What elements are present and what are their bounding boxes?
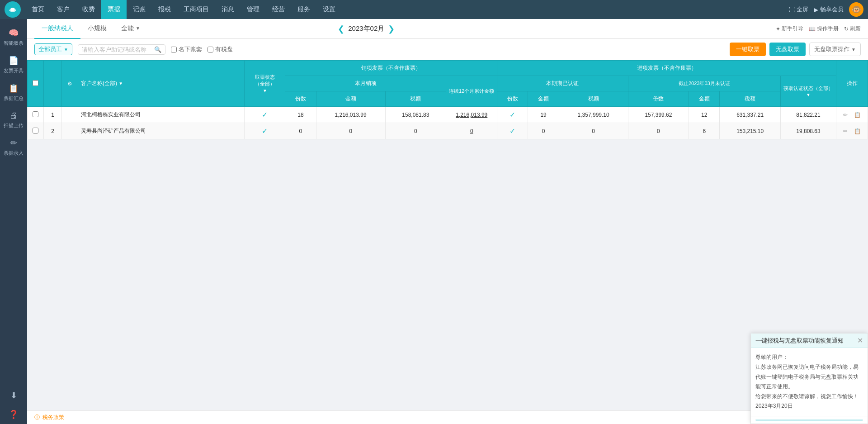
nav-tax[interactable]: 报税 <box>152 0 177 19</box>
notification-scroll[interactable] <box>755 419 863 421</box>
scan-upload-icon: 🖨 <box>9 111 18 120</box>
nav-business[interactable]: 工商项目 <box>177 0 215 19</box>
sidebar-item-scan-upload[interactable]: 🖨 扫描上传 <box>0 106 27 133</box>
period-next[interactable]: ❯ <box>388 24 395 34</box>
tab-all[interactable]: 全能 ▼ <box>114 19 147 39</box>
table-wrap: ⚙ 客户名称(全部) ▼ 取票状态（全部）▼ 销项发票（不含作废票） 进项发票（… <box>27 60 868 424</box>
nav-message[interactable]: 消息 <box>215 0 241 19</box>
row1-customer: 河北柯橹栋实业有限公司 <box>78 107 245 123</box>
row1-settings <box>62 107 78 123</box>
no-disk-ops-button[interactable]: 无盘取票操作 ▼ <box>809 43 861 56</box>
checkbox-has-disk[interactable]: 有税盘 <box>208 45 233 53</box>
user-avatar[interactable]: 🐵 <box>849 2 863 17</box>
th-customer[interactable]: 客户名称(全部) ▼ <box>78 61 245 107</box>
notif-line-2: 江苏政务网已恢复访问电子税务局功能，易代账一键登陆电子税务局与无盘取票相关功能可… <box>755 362 863 392</box>
th-settings: ⚙ <box>62 61 78 107</box>
th-month-sales: 本月销项 <box>285 76 446 91</box>
row1-edit-button[interactable]: ✏ <box>843 112 848 118</box>
sidebar-item-smart-fetch[interactable]: 🧠 智能取票 <box>0 24 27 51</box>
all-icon: ▼ <box>136 26 140 31</box>
status-icon: ⓘ <box>34 414 40 421</box>
nav-items: 首页 客户 收费 票据 记账 报税 工商项目 消息 管理 经营 服务 设置 <box>25 0 789 19</box>
nav-service[interactable]: 服务 <box>291 0 316 19</box>
nav-operation[interactable]: 经营 <box>266 0 291 19</box>
row1-checkbox[interactable] <box>28 107 44 123</box>
nav-home[interactable]: 首页 <box>25 0 51 19</box>
row1-purch-uncert-tax: 81,822.21 <box>781 107 836 123</box>
help-icon: ❓ <box>9 410 19 419</box>
row2-customer: 灵寿县尚泽矿产品有限公司 <box>78 123 245 139</box>
row1-12month[interactable]: 1,216,013.99 <box>446 107 497 123</box>
dropdown-icon: ▼ <box>851 47 856 52</box>
notif-line-4: 2023年3月20日 <box>755 401 863 411</box>
row1-purch-cert-count: 19 <box>528 107 559 123</box>
th-cert-status[interactable]: 获取认证状态（全部） ▼ <box>781 76 836 107</box>
row2-edit-button[interactable]: ✏ <box>843 128 848 134</box>
th-fetch-status[interactable]: 取票状态（全部）▼ <box>245 61 285 107</box>
employee-select[interactable]: 全部员工 ▼ <box>34 43 72 55</box>
search-icon[interactable]: 🔍 <box>154 46 161 53</box>
sidebar-item-invoice-summary[interactable]: 📋 票据汇总 <box>0 79 27 106</box>
filter-right-actions: 一键取票 无盘取票 无盘取票操作 ▼ <box>730 43 861 56</box>
nav-invoice[interactable]: 票据 <box>101 0 127 19</box>
nav-manage[interactable]: 管理 <box>241 0 266 19</box>
sidebar-item-download[interactable]: ⬇ <box>9 386 19 405</box>
fetch-status-filter-icon[interactable]: ▼ <box>263 88 267 93</box>
period-prev[interactable]: ❮ <box>338 24 344 34</box>
one-click-fetch-button[interactable]: 一键取票 <box>730 43 766 56</box>
sidebar-item-invoice-entry[interactable]: ✏ 票据录入 <box>0 133 27 161</box>
search-input[interactable] <box>82 46 154 53</box>
nav-settings[interactable]: 设置 <box>316 0 342 19</box>
sidebar-bottom: ⬇ ❓ <box>9 386 19 424</box>
row2-view-button[interactable]: 📋 <box>854 128 861 134</box>
cert-status-filter-icon[interactable]: ▼ <box>806 92 811 97</box>
status-bar: ⓘ 税务政策 <box>27 410 750 424</box>
main-content: 一般纳税人 小规模 全能 ▼ ❮ 2023年02月 ❯ ✦ 新手引导 📖 操作手… <box>27 19 868 424</box>
status-text[interactable]: 税务政策 <box>42 414 64 421</box>
row1-12month-link[interactable]: 1,216,013.99 <box>456 112 487 118</box>
app-logo[interactable] <box>5 1 21 18</box>
row1-sales-amount: 1,216,013.99 <box>316 107 385 123</box>
row2-12month-link[interactable]: 0 <box>470 128 473 134</box>
row2-sales-amount: 0 <box>316 123 385 139</box>
row1-sales-count: 18 <box>285 107 316 123</box>
row2-purch-cert-amount: 0 <box>559 123 628 139</box>
checkbox-own-accounts[interactable]: 名下账套 <box>171 45 202 53</box>
settings-icon[interactable]: ⚙ <box>67 81 72 87</box>
invoice-entry-icon: ✏ <box>10 138 17 148</box>
invoice-summary-icon: 📋 <box>9 83 19 93</box>
new-guide-button[interactable]: ✦ 新手引导 <box>776 25 803 33</box>
th-operations: 操作 <box>836 61 868 107</box>
row1-purch-cert-amount: 1,357,999.10 <box>559 107 628 123</box>
th-sales-amount: 金额 <box>316 91 385 107</box>
th-purchase-group: 进项发票（不含作废票） <box>497 61 836 76</box>
sidebar-item-help[interactable]: ❓ <box>9 405 19 424</box>
row2-12month[interactable]: 0 <box>446 123 497 139</box>
nav-fee[interactable]: 收费 <box>76 0 101 19</box>
row2-actions: ✏ 📋 <box>836 123 868 139</box>
customer-filter-icon[interactable]: ▼ <box>118 81 123 86</box>
row2-checkbox[interactable] <box>28 123 44 139</box>
row1-purch-uncert-amount: 631,337.21 <box>720 107 781 123</box>
nav-customer[interactable]: 客户 <box>51 0 76 19</box>
tab-general-taxpayer[interactable]: 一般纳税人 <box>34 19 80 39</box>
row2-purch-uncert-amount: 153,215.10 <box>720 123 781 139</box>
fullscreen-button[interactable]: ⛶ 全屏 <box>789 5 808 14</box>
row1-view-button[interactable]: 📋 <box>854 112 861 118</box>
fetch-status-icon-1: ✓ <box>262 111 268 119</box>
notif-line-1: 尊敬的用户： <box>755 353 863 362</box>
member-button[interactable]: ▶ 畅享会员 <box>814 5 844 14</box>
notification-title: 一键报税与无盘取票功能恢复通知 <box>755 337 844 345</box>
row2-purch-uncert-tax: 19,808.63 <box>781 123 836 139</box>
refresh-button[interactable]: ↻ 刷新 <box>844 25 861 33</box>
tab-small-scale[interactable]: 小规模 <box>80 19 114 39</box>
no-disk-fetch-button[interactable]: 无盘取票 <box>769 43 806 56</box>
left-sidebar: 🧠 智能取票 📄 发票开具 📋 票据汇总 🖨 扫描上传 ✏ 票据录入 ⬇ ❓ <box>0 19 27 424</box>
manual-button[interactable]: 📖 操作手册 <box>809 25 839 33</box>
notification-panel: 一键报税与无盘取票功能恢复通知 ✕ 尊敬的用户： 江苏政务网已恢复访问电子税务局… <box>750 333 868 424</box>
sidebar-item-invoice-open[interactable]: 📄 发票开具 <box>0 51 27 79</box>
nav-bookkeeping[interactable]: 记账 <box>127 0 152 19</box>
notification-close-button[interactable]: ✕ <box>857 336 863 345</box>
row2-settings <box>62 123 78 139</box>
select-all-checkbox[interactable] <box>33 80 38 86</box>
